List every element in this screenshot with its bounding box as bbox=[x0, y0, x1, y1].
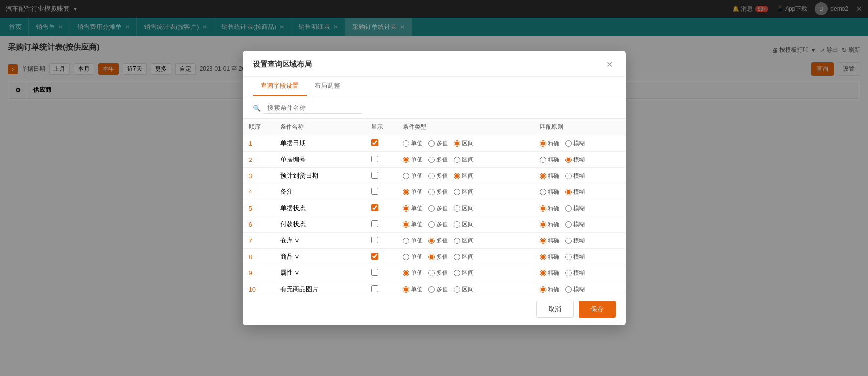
row-display-checkbox[interactable] bbox=[371, 156, 378, 162]
row-match-group: 精确模糊 bbox=[540, 253, 619, 261]
row-display-checkbox[interactable] bbox=[371, 269, 378, 276]
row-name: 属性 ∨ bbox=[274, 265, 366, 281]
row-type-radio-多值[interactable] bbox=[428, 221, 435, 228]
row-type-radio-单值[interactable] bbox=[403, 173, 409, 179]
save-button[interactable]: 保存 bbox=[579, 301, 616, 318]
row-type-radio-单值[interactable] bbox=[403, 270, 409, 276]
row-type-radio-区间[interactable] bbox=[454, 157, 460, 163]
row-type-radio-多值[interactable] bbox=[428, 140, 435, 147]
row-type-group: 单值多值区间 bbox=[403, 139, 528, 148]
row-type-group: 单值多值区间 bbox=[403, 188, 528, 196]
row-type-radio-区间[interactable] bbox=[454, 140, 460, 147]
table-row: 10有无商品图片单值多值区间精确模糊 bbox=[243, 281, 626, 293]
row-display-checkbox[interactable] bbox=[371, 237, 378, 243]
dialog-footer: 取消 保存 bbox=[243, 293, 626, 325]
row-type-radio-多值[interactable] bbox=[428, 286, 435, 293]
table-row: 1单据日期单值多值区间精确模糊 bbox=[243, 135, 626, 152]
row-match-radio-精确[interactable] bbox=[540, 205, 546, 212]
row-match-radio-模糊[interactable] bbox=[565, 286, 572, 293]
row-display-checkbox[interactable] bbox=[371, 204, 378, 211]
row-type-group: 单值多值区间 bbox=[403, 220, 528, 229]
row-match-radio-模糊[interactable] bbox=[565, 205, 572, 212]
table-row: 2单据编号单值多值区间精确模糊 bbox=[243, 152, 626, 168]
search-icon: 🔍 bbox=[253, 105, 261, 112]
row-type-radio-单值[interactable] bbox=[403, 221, 409, 228]
row-display-checkbox[interactable] bbox=[371, 253, 378, 260]
row-type-radio-单值[interactable] bbox=[403, 286, 409, 293]
row-match-radio-模糊[interactable] bbox=[565, 238, 572, 244]
cancel-button[interactable]: 取消 bbox=[536, 301, 574, 318]
row-type-radio-区间[interactable] bbox=[454, 254, 460, 260]
row-type-group: 单值多值区间 bbox=[403, 285, 528, 293]
row-match-radio-模糊[interactable] bbox=[565, 140, 572, 147]
row-match-group: 精确模糊 bbox=[540, 269, 619, 277]
row-type-group: 单值多值区间 bbox=[403, 253, 528, 261]
table-row: 9属性 ∨单值多值区间精确模糊 bbox=[243, 265, 626, 281]
table-row: 7仓库 ∨单值多值区间精确模糊 bbox=[243, 233, 626, 249]
modal-overlay: 设置查询区域布局 ✕ 查询字段设置 布局调整 🔍 顺序 条件名称 bbox=[0, 0, 868, 376]
row-match-radio-精确[interactable] bbox=[540, 173, 546, 179]
row-display-checkbox[interactable] bbox=[371, 188, 378, 195]
row-type-radio-区间[interactable] bbox=[454, 286, 460, 293]
row-type-radio-单值[interactable] bbox=[403, 205, 409, 212]
row-type-radio-多值[interactable] bbox=[428, 238, 435, 244]
row-display-checkbox[interactable] bbox=[371, 172, 378, 179]
row-type-group: 单值多值区间 bbox=[403, 172, 528, 180]
row-type-radio-多值[interactable] bbox=[428, 254, 435, 260]
row-match-radio-模糊[interactable] bbox=[565, 157, 572, 163]
row-match-group: 精确模糊 bbox=[540, 156, 619, 164]
row-match-radio-精确[interactable] bbox=[540, 221, 546, 228]
row-match-radio-精确[interactable] bbox=[540, 254, 546, 260]
condition-search-input[interactable] bbox=[263, 102, 362, 114]
table-row: 5单据状态单值多值区间精确模糊 bbox=[243, 200, 626, 216]
row-match-radio-模糊[interactable] bbox=[565, 221, 572, 228]
row-type-radio-区间[interactable] bbox=[454, 205, 460, 212]
row-name: 付款状态 bbox=[274, 216, 366, 233]
dialog-title: 设置查询区域布局 bbox=[253, 60, 312, 69]
row-type-radio-单值[interactable] bbox=[403, 254, 409, 260]
row-order: 3 bbox=[249, 172, 252, 180]
row-match-group: 精确模糊 bbox=[540, 204, 619, 213]
row-match-radio-精确[interactable] bbox=[540, 189, 546, 195]
row-match-radio-模糊[interactable] bbox=[565, 270, 572, 276]
row-match-group: 精确模糊 bbox=[540, 285, 619, 293]
table-row: 3预计到货日期单值多值区间精确模糊 bbox=[243, 168, 626, 184]
row-match-radio-模糊[interactable] bbox=[565, 254, 572, 260]
row-type-radio-单值[interactable] bbox=[403, 189, 409, 195]
dialog-search-area: 🔍 bbox=[243, 96, 626, 118]
row-display-checkbox[interactable] bbox=[371, 220, 378, 227]
row-type-radio-单值[interactable] bbox=[403, 140, 409, 147]
row-match-radio-精确[interactable] bbox=[540, 270, 546, 276]
row-display-checkbox[interactable] bbox=[371, 139, 378, 146]
row-name: 仓库 ∨ bbox=[274, 233, 366, 249]
row-type-radio-多值[interactable] bbox=[428, 157, 435, 163]
row-type-radio-多值[interactable] bbox=[428, 270, 435, 276]
row-type-radio-多值[interactable] bbox=[428, 173, 435, 179]
row-type-radio-区间[interactable] bbox=[454, 270, 460, 276]
table-row: 6付款状态单值多值区间精确模糊 bbox=[243, 216, 626, 233]
tab-query-fields[interactable]: 查询字段设置 bbox=[253, 77, 307, 96]
row-match-radio-精确[interactable] bbox=[540, 238, 546, 244]
row-type-radio-多值[interactable] bbox=[428, 205, 435, 212]
conditions-scroll-area[interactable]: 1单据日期单值多值区间精确模糊2单据编号单值多值区间精确模糊3预计到货日期单值多… bbox=[243, 135, 626, 293]
row-type-radio-单值[interactable] bbox=[403, 157, 409, 163]
row-type-radio-区间[interactable] bbox=[454, 173, 460, 179]
row-order: 9 bbox=[249, 269, 252, 277]
row-match-radio-精确[interactable] bbox=[540, 157, 546, 163]
dialog-close-button[interactable]: ✕ bbox=[604, 58, 616, 70]
row-match-radio-精确[interactable] bbox=[540, 286, 546, 293]
row-type-radio-区间[interactable] bbox=[454, 221, 460, 228]
row-match-radio-模糊[interactable] bbox=[565, 173, 572, 179]
row-name: 商品 ∨ bbox=[274, 249, 366, 265]
row-type-radio-区间[interactable] bbox=[454, 189, 460, 195]
row-type-radio-多值[interactable] bbox=[428, 189, 435, 195]
tab-layout-adjust[interactable]: 布局调整 bbox=[307, 77, 348, 96]
row-match-radio-模糊[interactable] bbox=[565, 189, 572, 195]
row-match-group: 精确模糊 bbox=[540, 220, 619, 229]
col-name: 条件名称 bbox=[274, 119, 366, 135]
row-type-radio-单值[interactable] bbox=[403, 238, 409, 244]
row-type-radio-区间[interactable] bbox=[454, 238, 460, 244]
row-match-radio-精确[interactable] bbox=[540, 140, 546, 147]
table-row: 8商品 ∨单值多值区间精确模糊 bbox=[243, 249, 626, 265]
row-display-checkbox[interactable] bbox=[371, 285, 378, 292]
